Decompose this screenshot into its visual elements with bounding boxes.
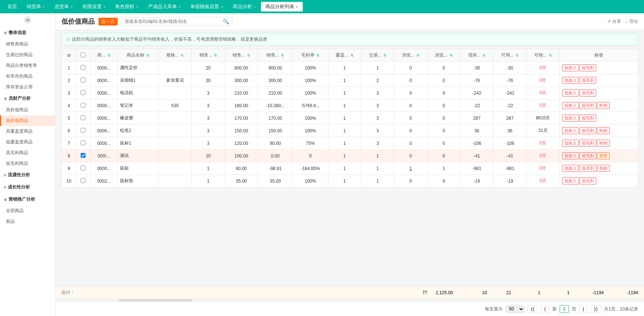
sidebar-section-financial[interactable]: ∨ 员财产分析 xyxy=(0,92,55,105)
col-trade[interactable]: 交易... ⇅ xyxy=(361,49,394,62)
sidebar-section-growth[interactable]: > 成长性分析 xyxy=(0,181,55,193)
nav-item-analysis-list[interactable]: 商品分析列表 × xyxy=(261,2,302,11)
sidebar-item-category-rate[interactable]: 商品分类销售率 xyxy=(0,60,55,71)
cell-checkbox[interactable] xyxy=(76,99,90,112)
col-coverage[interactable]: 覆盖... ⇅ xyxy=(328,49,361,62)
sidebar-item-all-goods[interactable]: 全部商品 xyxy=(0,205,55,216)
col-sales-amount[interactable]: 销售... ⇅ xyxy=(225,49,258,62)
nav-item-template[interactable]: 单据模板设置 × xyxy=(186,2,227,11)
sidebar-item-high-value[interactable]: 高价值商品 xyxy=(0,105,55,115)
nav-item-sales[interactable]: 销货单 × xyxy=(22,2,49,11)
total-current: -1194 xyxy=(593,290,604,295)
select-all-checkbox[interactable] xyxy=(81,52,85,57)
cell-sales-qty: 3 xyxy=(192,112,225,125)
nav-item-analysis[interactable]: 商品分析 × xyxy=(228,2,260,11)
cell-spec xyxy=(158,87,192,99)
sidebar-item-traded-goods[interactable]: 交易过的商品 xyxy=(0,50,55,60)
prev-page-btn[interactable]: ⟨ xyxy=(541,305,549,313)
sidebar-section-flow[interactable]: > 流通性分析 xyxy=(0,169,55,181)
cell-checkbox[interactable] xyxy=(76,150,90,162)
search-icon[interactable]: 🔍 xyxy=(223,18,229,24)
col-spec[interactable]: 规格... ⇅ xyxy=(158,49,192,62)
first-page-btn[interactable]: ⟨⟨ xyxy=(527,305,538,313)
nav-close-purchase[interactable]: × xyxy=(70,4,73,9)
nav-close-analysis-list[interactable]: × xyxy=(296,4,298,9)
nav-item-home[interactable]: 首页 xyxy=(3,2,21,11)
col-code[interactable]: 商... ⇅ xyxy=(90,49,118,62)
tag-badge: 热销 xyxy=(597,165,610,172)
nav-item-purchase[interactable]: 进货单 × xyxy=(50,2,77,11)
cell-margin: -5766.6... xyxy=(293,99,328,112)
row-checkbox[interactable] xyxy=(81,115,85,120)
row-checkbox[interactable] xyxy=(81,166,85,170)
col-saleable[interactable]: 可销... ⇅ xyxy=(526,49,559,62)
row-checkbox[interactable] xyxy=(81,140,85,145)
nav-close-stock-in[interactable]: × xyxy=(178,4,181,9)
sidebar-item-sales-goods[interactable]: 销售类商品 xyxy=(0,39,55,50)
nav-close-permission[interactable]: × xyxy=(103,4,105,9)
cell-checkbox[interactable] xyxy=(76,137,90,150)
col-settings[interactable]: ⚙ xyxy=(62,49,76,62)
share-icon: ↗ xyxy=(607,19,611,24)
row-checkbox[interactable] xyxy=(81,128,85,133)
export-button[interactable]: ↓ 导出 xyxy=(625,18,638,25)
sidebar-section-overall[interactable]: ∨ 整体信息 xyxy=(0,27,55,39)
col-browse2[interactable]: 浏览... ⇅ xyxy=(427,49,460,62)
sidebar-collapse-btn[interactable]: ≪ xyxy=(24,16,31,24)
sidebar-item-high-margin[interactable]: 高毛利商品 xyxy=(0,147,55,158)
col-browse1[interactable]: 浏览... ⇅ xyxy=(394,49,427,62)
col-available[interactable]: 可用... ⇅ xyxy=(493,49,526,62)
page-size-select[interactable]: 50 100 xyxy=(506,305,524,313)
col-name[interactable]: 商品名称 ⇅ xyxy=(118,49,158,62)
nav-close-template[interactable]: × xyxy=(221,4,223,9)
col-sales-cost[interactable]: 销售... ⇅ xyxy=(258,49,293,62)
cell-checkbox[interactable] xyxy=(76,112,90,125)
row-checkbox[interactable] xyxy=(81,90,85,95)
cell-margin: 100% xyxy=(293,112,328,125)
row-checkbox[interactable] xyxy=(81,65,85,70)
sidebar-item-stocked-goods[interactable]: 有库存的商品 xyxy=(0,71,55,82)
sidebar-item-low-margin[interactable]: 低毛利商品 xyxy=(0,158,55,169)
col-current[interactable]: 现有... ⇅ xyxy=(460,49,493,62)
sidebar-item-stock-capital[interactable]: 库存资金占用 xyxy=(0,82,55,92)
cell-margin: 100% xyxy=(293,175,328,187)
col-sales-qty[interactable]: 销售... ⇅ xyxy=(192,49,225,62)
cell-browse2: 1 xyxy=(427,162,460,175)
nav-close-analysis[interactable]: × xyxy=(254,4,256,9)
search-input[interactable] xyxy=(125,19,221,24)
next-page-btn[interactable]: ⟩ xyxy=(579,305,588,313)
share-button[interactable]: ↗ 分享 xyxy=(607,18,621,25)
row-checkbox[interactable] xyxy=(81,103,85,108)
sidebar-item-new-goods[interactable]: 新品 xyxy=(0,216,55,227)
row-checkbox[interactable] xyxy=(81,78,85,82)
cell-tags: 低收入低毛利热销 xyxy=(560,137,638,150)
cell-checkbox[interactable] xyxy=(76,62,90,74)
cell-num: 4 xyxy=(62,99,76,112)
nav-item-stock-in[interactable]: 产成品入库单 × xyxy=(144,2,185,11)
row-checkbox[interactable] xyxy=(81,178,85,183)
cell-checkbox[interactable] xyxy=(76,74,90,87)
nav-close-role[interactable]: × xyxy=(136,4,138,9)
sidebar-item-high-coverage[interactable]: 高覆盖度商品 xyxy=(0,126,55,137)
time-tag[interactable]: 近一月 xyxy=(98,18,118,26)
sidebar-section-marketing[interactable]: ∨ 营销推广分析 xyxy=(0,193,55,205)
sidebar-item-low-value[interactable]: 低价值商品 xyxy=(0,115,55,126)
nav-close-sales[interactable]: × xyxy=(43,4,45,9)
nav-item-role[interactable]: 角色授权 × xyxy=(111,2,142,11)
sidebar-item-low-coverage[interactable]: 低覆盖度商品 xyxy=(0,137,55,147)
cell-checkbox[interactable] xyxy=(76,162,90,175)
cell-checkbox[interactable] xyxy=(76,87,90,99)
nav-item-permission[interactable]: 权限设置 × xyxy=(78,2,110,11)
current-page: 1 xyxy=(560,305,569,313)
row-checkbox[interactable] xyxy=(81,153,85,158)
col-checkbox[interactable] xyxy=(76,49,90,62)
table-container[interactable]: ⚙ 商... ⇅ 商品名称 ⇅ 规格... ⇅ 销售... ⇅ 销售... ⇅ … xyxy=(56,49,644,286)
cell-checkbox[interactable] xyxy=(76,125,90,137)
last-page-btn[interactable]: ⟩⟩ xyxy=(591,305,601,313)
browse-link[interactable]: 1 xyxy=(409,166,412,171)
cell-checkbox[interactable] xyxy=(76,175,90,187)
arrow-icon-4: > xyxy=(4,185,6,190)
cell-sales-cost: 150.00 xyxy=(258,125,293,137)
tag-badge: 低毛利 xyxy=(580,115,596,122)
col-margin[interactable]: 毛利率 ⇅ xyxy=(293,49,328,62)
